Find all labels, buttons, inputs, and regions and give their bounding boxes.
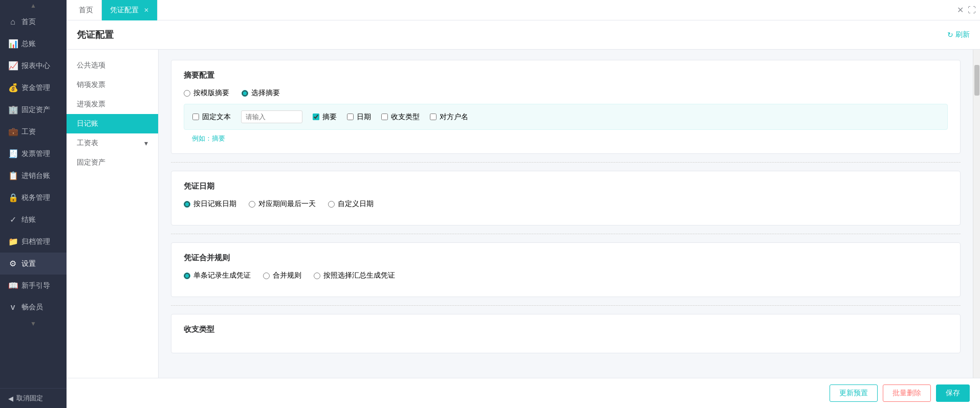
summary-radio-select-input[interactable] bbox=[242, 90, 248, 97]
checkbox-date-input[interactable] bbox=[347, 114, 354, 120]
checkbox-income-type[interactable]: 收支类型 bbox=[381, 112, 420, 122]
merge-radio-summary-gen-input[interactable] bbox=[314, 273, 320, 279]
body-layout: 公共选项 销项发票 进项发票 日记账 工资表 ▾ 固定资产 bbox=[67, 50, 980, 378]
date-radio-custom-input[interactable] bbox=[328, 201, 335, 208]
sidebar-scroll-up[interactable]: ▲ bbox=[0, 0, 67, 11]
scrollbar-thumb[interactable] bbox=[974, 65, 979, 96]
maximize-button[interactable]: ⛶ bbox=[968, 6, 976, 15]
sidebar-item-home[interactable]: ⌂ 首页 bbox=[0, 11, 67, 33]
checkbox-fixed-text-input[interactable] bbox=[192, 114, 199, 120]
date-radio-journal-input[interactable] bbox=[184, 201, 190, 208]
sidebar-item-tax[interactable]: 🔒 税务管理 bbox=[0, 187, 67, 209]
merge-radio-summary-gen[interactable]: 按照选择汇总生成凭证 bbox=[314, 271, 395, 280]
nav-payroll[interactable]: 工资表 ▾ bbox=[67, 133, 158, 153]
merge-radio-single-input[interactable] bbox=[184, 273, 190, 279]
sidebar-item-vip[interactable]: V 畅会员 bbox=[0, 297, 67, 318]
summary-radio-select[interactable]: 选择摘要 bbox=[242, 88, 280, 98]
scrollbar-track[interactable] bbox=[973, 50, 980, 378]
nav-sales-invoice[interactable]: 销项发票 bbox=[67, 75, 158, 95]
merge-rules-section: 凭证合并规则 单条记录生成凭证 合并规则 bbox=[171, 242, 961, 297]
checkbox-date[interactable]: 日期 bbox=[347, 112, 371, 122]
tab-close-voucher[interactable]: ✕ bbox=[144, 7, 149, 14]
sidebar-scroll-down[interactable]: ▼ bbox=[0, 318, 67, 329]
main-area: 首页 凭证配置 ✕ ✕ ⛶ 凭证配置 ↻ 刷新 公共选项 bbox=[67, 0, 980, 408]
archive-icon: 📁 bbox=[8, 237, 17, 246]
checkbox-income-type-input[interactable] bbox=[381, 114, 388, 120]
pin-icon: ◀ bbox=[8, 395, 13, 402]
summary-checkbox-group: 固定文本 摘要 日期 bbox=[184, 104, 948, 130]
date-radio-period-last-input[interactable] bbox=[249, 201, 255, 208]
salary-icon: 💼 bbox=[8, 127, 17, 137]
voucher-date-title: 凭证日期 bbox=[184, 182, 948, 191]
purchase-icon: 📋 bbox=[8, 171, 17, 180]
merge-radio-merge-input[interactable] bbox=[263, 273, 270, 279]
refresh-button[interactable]: ↻ 刷新 bbox=[947, 30, 970, 39]
save-button[interactable]: 保存 bbox=[936, 384, 970, 402]
checkbox-fixed-text[interactable]: 固定文本 bbox=[192, 112, 231, 122]
divider-2 bbox=[171, 234, 961, 234]
invoice-icon: 🧾 bbox=[8, 149, 17, 158]
date-radio-journal[interactable]: 按日记账日期 bbox=[184, 199, 236, 209]
tab-voucher[interactable]: 凭证配置 ✕ bbox=[102, 0, 158, 20]
summary-radio-template-input[interactable] bbox=[184, 90, 190, 97]
sidebar-unpin-button[interactable]: ◀ 取消固定 bbox=[0, 388, 67, 408]
tab-home[interactable]: 首页 bbox=[71, 0, 102, 20]
nav-purchase-invoice[interactable]: 进项发票 bbox=[67, 95, 158, 114]
sidebar-item-invoice[interactable]: 🧾 发票管理 bbox=[0, 143, 67, 165]
sidebar-item-archive[interactable]: 📁 归档管理 bbox=[0, 231, 67, 253]
nav-fixed-assets[interactable]: 固定资产 bbox=[67, 153, 158, 172]
sidebar-item-funds[interactable]: 💰 资金管理 bbox=[0, 77, 67, 99]
vip-icon: V bbox=[8, 304, 17, 311]
summary-radio-template[interactable]: 按模版摘要 bbox=[184, 88, 229, 98]
right-content: 摘要配置 按模版摘要 选择摘要 bbox=[159, 50, 973, 378]
window-controls: ✕ ⛶ bbox=[957, 5, 976, 15]
sidebar: ▲ ⌂ 首页 📊 总账 📈 报表中心 💰 资金管理 🏢 固定资产 💼 工资 🧾 … bbox=[0, 0, 67, 408]
reports-icon: 📈 bbox=[8, 61, 17, 71]
nav-public-options[interactable]: 公共选项 bbox=[67, 56, 158, 75]
merge-radio-merge[interactable]: 合并规则 bbox=[263, 271, 301, 280]
checkbox-counterpart[interactable]: 对方户名 bbox=[430, 112, 468, 122]
merge-rules-title: 凭证合并规则 bbox=[184, 253, 948, 263]
summary-section-title: 摘要配置 bbox=[184, 71, 948, 80]
sidebar-item-reports[interactable]: 📈 报表中心 bbox=[0, 55, 67, 77]
summary-radio-group: 按模版摘要 选择摘要 bbox=[184, 88, 948, 98]
fixed-text-input[interactable] bbox=[241, 110, 302, 123]
sidebar-item-guide[interactable]: 📖 新手引导 bbox=[0, 275, 67, 297]
home-icon: ⌂ bbox=[8, 17, 17, 27]
page-header: 凭证配置 ↻ 刷新 bbox=[67, 20, 980, 50]
merge-radio-single[interactable]: 单条记录生成凭证 bbox=[184, 271, 251, 280]
income-type-section: 收支类型 bbox=[171, 314, 961, 353]
refresh-icon: ↻ bbox=[947, 31, 953, 39]
checkbox-summary[interactable]: 摘要 bbox=[313, 112, 337, 122]
batch-delete-button[interactable]: 批量删除 bbox=[883, 384, 931, 402]
sidebar-item-purchase[interactable]: 📋 进销台账 bbox=[0, 165, 67, 187]
sidebar-item-settings[interactable]: ⚙ 设置 bbox=[0, 253, 67, 275]
payroll-expand-icon: ▾ bbox=[144, 139, 148, 147]
minimize-button[interactable]: ✕ bbox=[957, 5, 964, 15]
voucher-date-section: 凭证日期 按日记账日期 对应期间最后一天 bbox=[171, 171, 961, 225]
left-nav: 公共选项 销项发票 进项发票 日记账 工资表 ▾ 固定资产 bbox=[67, 50, 159, 378]
example-text: 例如：摘要 bbox=[184, 134, 948, 143]
tab-bar: 首页 凭证配置 ✕ ✕ ⛶ bbox=[67, 0, 980, 20]
guide-icon: 📖 bbox=[8, 281, 17, 290]
page-title: 凭证配置 bbox=[77, 29, 114, 41]
checkbox-counterpart-input[interactable] bbox=[430, 114, 437, 120]
sidebar-item-assets[interactable]: 🏢 固定资产 bbox=[0, 99, 67, 121]
merge-rules-radio-group: 单条记录生成凭证 合并规则 按照选择汇总生成凭证 bbox=[184, 271, 948, 280]
assets-icon: 🏢 bbox=[8, 105, 17, 115]
nav-journal[interactable]: 日记账 bbox=[67, 114, 158, 133]
settings-icon: ⚙ bbox=[8, 259, 17, 268]
voucher-date-radio-group: 按日记账日期 对应期间最后一天 自定义日期 bbox=[184, 199, 948, 209]
tax-icon: 🔒 bbox=[8, 193, 17, 202]
update-preview-button[interactable]: 更新预置 bbox=[830, 384, 878, 402]
checkbox-summary-input[interactable] bbox=[313, 114, 319, 120]
ledger-icon: 📊 bbox=[8, 39, 17, 49]
checkout-icon: ✓ bbox=[8, 215, 17, 224]
sidebar-item-ledger[interactable]: 📊 总账 bbox=[0, 33, 67, 55]
income-type-title: 收支类型 bbox=[184, 325, 948, 334]
sidebar-item-salary[interactable]: 💼 工资 bbox=[0, 121, 67, 143]
divider-1 bbox=[171, 162, 961, 163]
date-radio-period-last[interactable]: 对应期间最后一天 bbox=[249, 199, 316, 209]
date-radio-custom[interactable]: 自定义日期 bbox=[328, 199, 374, 209]
sidebar-item-checkout[interactable]: ✓ 结账 bbox=[0, 209, 67, 231]
